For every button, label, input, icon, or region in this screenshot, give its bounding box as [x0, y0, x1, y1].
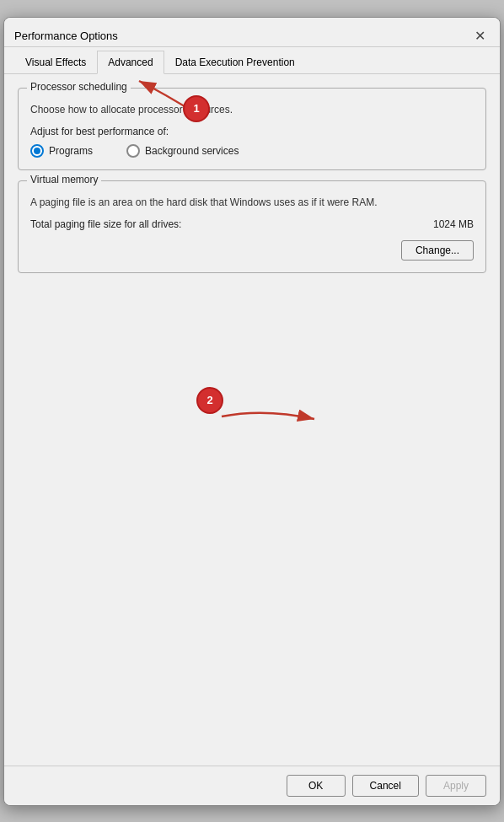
change-btn-row: Change... [30, 240, 474, 261]
close-button[interactable]: ✕ [469, 26, 490, 46]
adjust-label: Adjust for best performance of: [30, 126, 474, 137]
tab-advanced[interactable]: Advanced [97, 51, 164, 74]
paging-size-row: Total paging file size for all drives: 1… [30, 218, 474, 230]
content-area: Processor scheduling Choose how to alloc… [4, 74, 500, 766]
background-radio-label: Background services [145, 145, 239, 157]
virtual-memory-legend: Virtual memory [27, 174, 101, 185]
paging-label: Total paging file size for all drives: [30, 218, 181, 230]
background-radio-item[interactable]: Background services [126, 144, 239, 158]
ok-button[interactable]: OK [287, 775, 346, 797]
bottom-bar: OK Cancel Apply [4, 766, 500, 805]
background-radio-button[interactable] [126, 144, 140, 158]
apply-button[interactable]: Apply [426, 775, 486, 797]
programs-radio-button[interactable] [30, 144, 44, 158]
programs-radio-label: Programs [49, 145, 93, 157]
tabs-bar: Visual Effects Advanced Data Execution P… [4, 51, 500, 74]
processor-section-legend: Processor scheduling [27, 81, 131, 93]
change-button[interactable]: Change... [401, 240, 474, 261]
vm-description: A paging file is an area on the hard dis… [30, 195, 474, 210]
processor-description: Choose how to allocate processor resourc… [30, 102, 474, 117]
window-title: Performance Options [14, 30, 118, 42]
tab-visual-effects[interactable]: Visual Effects [14, 51, 97, 74]
tab-dep[interactable]: Data Execution Prevention [164, 51, 306, 74]
cancel-button[interactable]: Cancel [352, 775, 419, 797]
virtual-memory-section: Virtual memory A paging file is an area … [18, 180, 486, 273]
title-bar: Performance Options ✕ [4, 18, 500, 47]
performance-options-dialog: Performance Options ✕ Visual Effects Adv… [3, 17, 501, 806]
programs-radio-item[interactable]: Programs [30, 144, 93, 158]
paging-value: 1024 MB [433, 218, 474, 230]
performance-radio-group: Programs Background services [30, 144, 474, 158]
processor-scheduling-section: Processor scheduling Choose how to alloc… [18, 88, 486, 170]
